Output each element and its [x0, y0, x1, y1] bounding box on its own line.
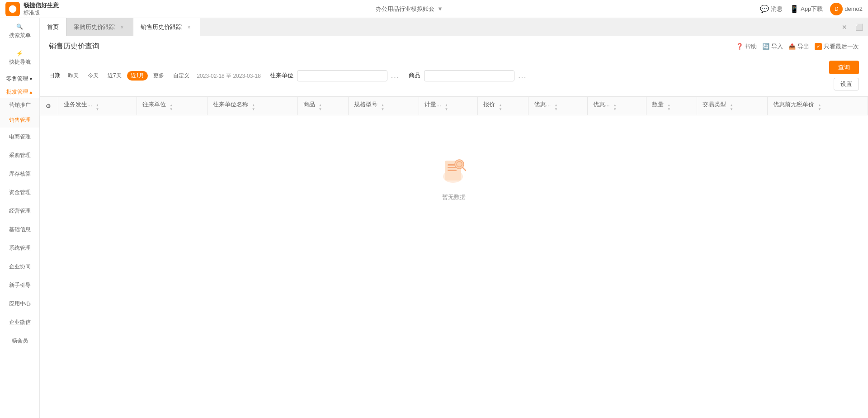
- app-label: App下载: [801, 5, 823, 13]
- search-icon: 🔍: [16, 24, 23, 30]
- sidebar-item-operations[interactable]: 经营管理: [0, 202, 39, 220]
- product-input[interactable]: [424, 70, 514, 81]
- sidebar-item-search[interactable]: 🔍 搜索菜单: [0, 18, 39, 45]
- sidebar: 🔍 搜索菜单 ⚡ 快捷导航 零售管理 ▼ 批发管理 ▲ 营销推广 销售管理 电商…: [0, 18, 40, 418]
- tab-home-label: 首页: [47, 23, 59, 31]
- sidebar-item-appstore[interactable]: 应用中心: [0, 294, 39, 313]
- sidebar-item-finance[interactable]: 资金管理: [0, 183, 39, 202]
- pill-last7[interactable]: 近7天: [104, 71, 125, 81]
- th-quote[interactable]: 报价 ▲▼: [478, 97, 528, 115]
- pill-custom[interactable]: 自定义: [170, 71, 193, 81]
- tab-close-window[interactable]: ✕: [839, 22, 850, 33]
- sort-arrows-discount2: ▲▼: [613, 104, 617, 111]
- counterpart-dots[interactable]: ...: [391, 71, 400, 80]
- pill-yesterday[interactable]: 昨天: [64, 71, 82, 81]
- help-action[interactable]: ❓ 帮助: [736, 43, 757, 51]
- wholesale-caret: ▲: [29, 90, 33, 95]
- th-pretax-price[interactable]: 优惠前无税单价 ▲▼: [768, 97, 868, 115]
- tab-sales-close[interactable]: ×: [185, 24, 193, 31]
- counterpart-input[interactable]: [297, 70, 387, 81]
- th-biz-date[interactable]: 业务发生... ▲▼: [58, 97, 137, 115]
- settings-button[interactable]: 设置: [834, 78, 859, 90]
- empty-text: 暂无数据: [442, 193, 466, 201]
- sidebar-item-wholesale[interactable]: 批发管理 ▲: [0, 85, 39, 98]
- settings-gear-icon[interactable]: ⚙: [46, 103, 51, 109]
- pill-last1m[interactable]: 近1月: [127, 71, 148, 81]
- import-action[interactable]: 🔄 导入: [762, 43, 783, 51]
- sidebar-item-retail[interactable]: 零售管理 ▼: [0, 71, 39, 85]
- sidebar-label-basic: 基础信息: [9, 226, 31, 233]
- counterpart-filter-group: 往来单位 ...: [270, 70, 400, 81]
- product-dots[interactable]: ...: [518, 71, 527, 80]
- sort-arrows-counterpart-name: ▲▼: [252, 104, 255, 111]
- empty-state: 暂无数据: [40, 115, 868, 238]
- tab-maximize-window[interactable]: ⬜: [854, 22, 864, 33]
- sidebar-item-ecommerce[interactable]: 电商管理: [0, 128, 39, 146]
- th-counterpart-name[interactable]: 往来单位名称 ▲▼: [208, 97, 298, 115]
- th-counterpart-code[interactable]: 往来单位 ▲▼: [137, 97, 208, 115]
- tab-sales-label: 销售历史价跟踪: [141, 23, 182, 31]
- th-unit[interactable]: 计量... ▲▼: [419, 97, 477, 115]
- svg-line-7: [462, 167, 466, 171]
- tab-purchase-history[interactable]: 采购历史价跟踪 ×: [66, 18, 133, 36]
- industry-label: 办公用品行业模拟账套: [376, 5, 434, 13]
- sidebar-item-system[interactable]: 系统管理: [0, 239, 39, 257]
- topbar: 畅捷信好生意 标准版 办公用品行业模拟账套 ▼ 💬 消息 📱 App下载 D d…: [0, 0, 868, 18]
- th-trade-type[interactable]: 交易类型 ▲▼: [697, 97, 768, 115]
- sidebar-item-quicknav[interactable]: ⚡ 快捷导航: [0, 45, 39, 71]
- query-button[interactable]: 查询: [829, 61, 859, 74]
- sort-arrows-quote: ▲▼: [499, 104, 502, 111]
- sidebar-item-basic[interactable]: 基础信息: [0, 220, 39, 239]
- only-last-checkbox[interactable]: ✓ 只看最后一次: [815, 43, 859, 51]
- pill-more[interactable]: 更多: [150, 71, 168, 81]
- sort-arrows-product: ▲▼: [318, 104, 322, 111]
- industry-dropdown-icon[interactable]: ▼: [437, 5, 443, 12]
- app-download-nav[interactable]: 📱 App下载: [790, 5, 823, 13]
- tab-purchase-close[interactable]: ×: [118, 24, 126, 31]
- sidebar-label-appstore: 应用中心: [9, 300, 31, 308]
- th-settings[interactable]: ⚙: [40, 97, 58, 115]
- svg-point-0: [9, 5, 17, 13]
- pill-today[interactable]: 今天: [84, 71, 102, 81]
- counterpart-label: 往来单位: [270, 71, 293, 80]
- sort-arrows-pretax-price: ▲▼: [818, 104, 821, 111]
- th-product[interactable]: 商品 ▲▼: [297, 97, 348, 115]
- sidebar-item-purchase[interactable]: 采购管理: [0, 146, 39, 165]
- sidebar-item-wechat[interactable]: 企业微信: [0, 313, 39, 332]
- sidebar-label-purchase: 采购管理: [9, 152, 31, 159]
- export-action[interactable]: 📤 导出: [788, 43, 809, 51]
- help-icon: ❓: [736, 43, 743, 50]
- th-quantity-label: 数量: [652, 101, 664, 108]
- sidebar-item-inventory[interactable]: 库存核算: [0, 165, 39, 183]
- th-discount2[interactable]: 优惠... ▲▼: [587, 97, 646, 115]
- logo-icon: [5, 2, 20, 16]
- topbar-right: 💬 消息 📱 App下载 D demo2: [760, 3, 863, 15]
- tab-sales-history[interactable]: 销售历史价跟踪 ×: [133, 18, 200, 36]
- filter-bar: 日期 昨天 今天 近7天 近1月 更多 自定义 2023-02-18 至 202…: [40, 55, 868, 96]
- sort-arrows-discount1: ▲▼: [554, 104, 558, 111]
- sidebar-label-wechat: 企业微信: [9, 318, 31, 326]
- sidebar-label-member: 畅会员: [12, 337, 28, 345]
- page-header-actions: ❓ 帮助 🔄 导入 📤 导出 ✓ 只看最后一次: [736, 43, 859, 51]
- sidebar-label-enterprise: 企业协同: [9, 263, 31, 271]
- th-quote-label: 报价: [483, 101, 495, 108]
- sidebar-item-guide[interactable]: 新手引导: [0, 276, 39, 294]
- th-discount1-label: 优惠...: [534, 101, 551, 108]
- filter-right: 查询 设置: [829, 61, 859, 90]
- sidebar-item-enterprise[interactable]: 企业协同: [0, 257, 39, 276]
- sidebar-item-sales[interactable]: 销售管理: [0, 113, 39, 128]
- sidebar-label-wholesale: 批发管理: [6, 88, 28, 96]
- th-spec[interactable]: 规格型号 ▲▼: [348, 97, 419, 115]
- th-discount1[interactable]: 优惠... ▲▼: [528, 97, 587, 115]
- app-icon: 📱: [790, 5, 799, 13]
- tab-home[interactable]: 首页: [40, 18, 66, 36]
- th-counterpart-code-label: 往来单位: [142, 101, 166, 108]
- date-range: 2023-02-18 至 2023-03-18: [197, 72, 260, 80]
- th-quantity[interactable]: 数量 ▲▼: [646, 97, 697, 115]
- sidebar-item-member[interactable]: 畅会员: [0, 332, 39, 350]
- sidebar-item-marketing[interactable]: 营销推广: [0, 98, 39, 113]
- sidebar-label-search: 搜索菜单: [9, 32, 31, 39]
- checkbox-icon: ✓: [815, 43, 822, 50]
- message-nav[interactable]: 💬 消息: [760, 5, 783, 13]
- user-nav[interactable]: D demo2: [830, 3, 863, 15]
